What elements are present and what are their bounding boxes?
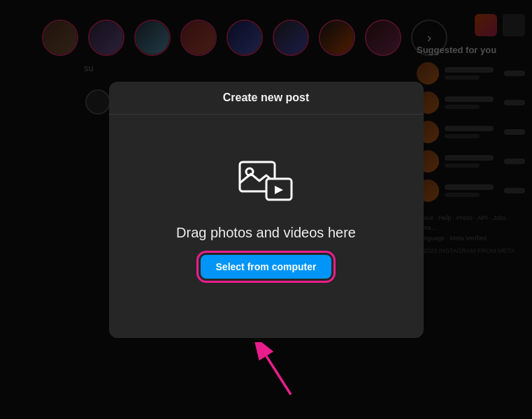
media-upload-icon <box>238 156 294 205</box>
select-from-computer-button[interactable]: Select from computer <box>201 255 332 279</box>
modal-overlay: Create new post Drag photos and videos h… <box>0 0 532 419</box>
media-upload-svg <box>238 156 294 205</box>
arrow-svg <box>252 342 308 398</box>
create-post-modal: Create new post Drag photos and videos h… <box>109 82 424 338</box>
modal-title: Create new post <box>223 91 310 103</box>
modal-body: Drag photos and videos here Select from … <box>109 115 424 338</box>
drag-drop-text: Drag photos and videos here <box>176 225 356 241</box>
modal-header: Create new post <box>109 82 424 115</box>
arrow-annotation <box>252 342 308 401</box>
svg-line-4 <box>266 356 291 395</box>
